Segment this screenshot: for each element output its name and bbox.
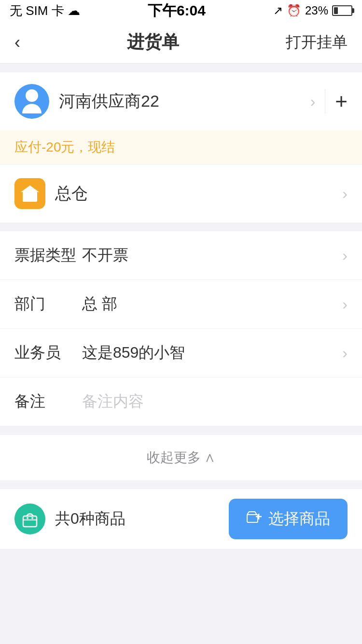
sim-status: 无 SIM 卡 ☁ (10, 2, 80, 19)
salesperson-value: 这是859的小智 (77, 342, 342, 364)
svg-rect-0 (23, 516, 37, 527)
nav-bar: ‹ 进货单 打开挂单 (0, 21, 362, 64)
select-product-button[interactable]: 选择商品 (229, 499, 348, 539)
section-divider-1 (0, 64, 362, 72)
warehouse-name: 总仓 (55, 182, 342, 205)
supplier-section: 河南供应商22 › + 应付-20元，现结 总仓 › (0, 72, 362, 223)
salesperson-label: 业务员 (14, 342, 77, 364)
invoice-type-row[interactable]: 票据类型 不开票 › (0, 231, 362, 280)
open-pending-button[interactable]: 打开挂单 (286, 32, 348, 53)
notice-banner: 应付-20元，现结 (0, 130, 362, 164)
svg-point-3 (31, 517, 33, 519)
supplier-row[interactable]: 河南供应商22 › + (0, 72, 362, 130)
battery-percent: 23% (305, 4, 328, 17)
salesperson-row[interactable]: 业务员 这是859的小智 › (0, 329, 362, 378)
remark-label: 备注 (14, 391, 77, 412)
svg-rect-4 (247, 515, 258, 522)
supplier-actions: › + (310, 89, 348, 113)
form-section: 票据类型 不开票 › 部门 总 部 › 业务员 这是859的小智 › 备注 备注… (0, 231, 362, 426)
department-row[interactable]: 部门 总 部 › (0, 280, 362, 329)
department-label: 部门 (14, 294, 77, 315)
svg-point-2 (27, 517, 28, 519)
cart-add-icon (246, 511, 263, 524)
remark-value[interactable]: 备注内容 (77, 391, 348, 412)
location-icon: ↗ (273, 4, 283, 17)
collapse-row[interactable]: 收起更多 ∧ (0, 434, 362, 480)
select-product-icon (246, 510, 263, 528)
remark-row[interactable]: 备注 备注内容 (0, 378, 362, 426)
alarm-icon: ⏰ (287, 4, 301, 17)
add-supplier-button[interactable]: + (335, 89, 348, 113)
salesperson-chevron-icon: › (342, 344, 348, 362)
select-product-label: 选择商品 (268, 508, 330, 530)
avatar-body (22, 104, 42, 113)
supplier-chevron-icon: › (310, 93, 316, 111)
invoice-type-value: 不开票 (77, 245, 342, 266)
back-button[interactable]: ‹ (14, 32, 20, 53)
avatar-head (26, 89, 38, 102)
invoice-type-label: 票据类型 (14, 245, 77, 266)
shopping-bag-icon (21, 510, 39, 528)
department-chevron-icon: › (342, 295, 348, 313)
vertical-divider (325, 89, 325, 113)
warehouse-row[interactable]: 总仓 › (0, 164, 362, 223)
warehouse-body (23, 191, 37, 202)
product-count: 共0种商品 (55, 508, 219, 530)
avatar-person-icon (22, 89, 42, 113)
status-right: ↗ ⏰ 23% (273, 4, 352, 17)
collapse-text: 收起更多 ∧ (147, 448, 216, 467)
warehouse-icon (14, 178, 45, 209)
warehouse-chevron-icon: › (342, 185, 348, 203)
supplier-avatar (14, 84, 49, 119)
page-title: 进货单 (127, 30, 179, 54)
status-time: 下午6:04 (148, 1, 206, 21)
product-icon (14, 504, 45, 534)
page-rest (0, 549, 362, 644)
warehouse-icon-inner (21, 185, 39, 202)
supplier-name: 河南供应商22 (59, 90, 310, 112)
status-bar: 无 SIM 卡 ☁ 下午6:04 ↗ ⏰ 23% (0, 0, 362, 21)
status-left: 无 SIM 卡 ☁ (10, 2, 80, 19)
battery-icon (332, 5, 352, 16)
bottom-bar: 共0种商品 选择商品 (0, 489, 362, 549)
invoice-type-chevron-icon: › (342, 247, 348, 265)
department-value: 总 部 (77, 294, 342, 315)
